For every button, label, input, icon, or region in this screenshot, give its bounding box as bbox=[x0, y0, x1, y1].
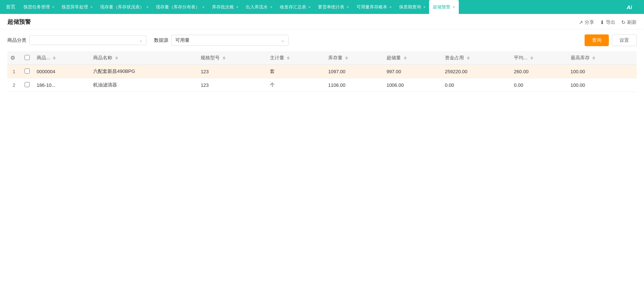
tab-7[interactable]: 收发存汇总表 × bbox=[276, 0, 314, 14]
row-2-overstock: 1006.00 bbox=[384, 78, 442, 92]
row-1-spec: 123 bbox=[198, 65, 267, 78]
refresh-icon: ↻ bbox=[621, 19, 626, 25]
col-commodity-name-header[interactable]: 商品名称 bbox=[90, 51, 198, 65]
filter-area: 商品分类 ⌄ 数据源 可用量 ⌄ 查询 设置 bbox=[0, 29, 644, 51]
table-row: 2 186-10... 机油滤清器 123 个 1106.00 1006.00 … bbox=[7, 78, 637, 92]
row-2-capital: 0.00 bbox=[442, 78, 511, 92]
row-2-index: 2 bbox=[7, 78, 21, 92]
col-gear-header[interactable]: ⚙ bbox=[7, 51, 21, 65]
tab-6[interactable]: 出入库流水 × bbox=[242, 0, 276, 14]
row-1-avg: 260.00 bbox=[511, 65, 567, 78]
tab-9[interactable]: 可用量库存账本 × bbox=[353, 0, 395, 14]
close-tab-3-icon[interactable]: × bbox=[146, 5, 149, 9]
sort-spec-icon bbox=[223, 56, 226, 60]
datasource-label: 数据源 bbox=[154, 37, 168, 44]
datasource-group: 数据源 可用量 ⌄ bbox=[154, 35, 289, 46]
settings-button[interactable]: 设置 bbox=[612, 34, 637, 46]
page-title: 超储预警 bbox=[7, 18, 31, 26]
tab-11[interactable]: 超储预警 × bbox=[429, 0, 458, 14]
col-overstock-header[interactable]: 超储量 bbox=[384, 51, 442, 65]
sort-capital-icon bbox=[467, 56, 470, 60]
close-tab-1-icon[interactable]: × bbox=[52, 5, 54, 9]
table-container: ⚙ 商品... 商品名称 bbox=[0, 51, 644, 92]
row-2-spec: 123 bbox=[198, 78, 267, 92]
datasource-value: 可用量 bbox=[175, 37, 190, 44]
close-tab-4-icon[interactable]: × bbox=[202, 5, 204, 9]
col-capital-header[interactable]: 资金占用 bbox=[442, 51, 511, 65]
row-1-checkbox[interactable] bbox=[25, 68, 30, 74]
close-tab-2-icon[interactable]: × bbox=[90, 5, 92, 9]
page-header: 超储预警 ↗ 分享 ⬇ 导出 ↻ 刷新 bbox=[0, 14, 644, 29]
row-1-index: 1 bbox=[7, 65, 21, 78]
filter-buttons: 查询 设置 bbox=[585, 34, 637, 46]
row-1-capital: 259220.00 bbox=[442, 65, 511, 78]
nav-home[interactable]: 首页 bbox=[1, 0, 20, 14]
row-1-unit: 套 bbox=[267, 65, 325, 78]
tab-5[interactable]: 库存批次账 × bbox=[208, 0, 242, 14]
datasource-select[interactable]: 可用量 ⌄ bbox=[171, 35, 289, 46]
row-1-commodity-code: 0000004 bbox=[34, 65, 90, 78]
datasource-arrow-icon: ⌄ bbox=[281, 38, 285, 43]
tab-1[interactable]: 拣货任务管理 × bbox=[20, 0, 58, 14]
close-tab-5-icon[interactable]: × bbox=[236, 5, 238, 9]
table-row: 1 0000004 六配套新昌490BPG 123 套 1097.00 997.… bbox=[7, 65, 637, 78]
sort-max-stock-icon bbox=[592, 56, 595, 60]
tab-4[interactable]: 现存量（库存分布表） × bbox=[152, 0, 208, 14]
col-spec-header[interactable]: 规格型号 bbox=[198, 51, 267, 65]
sort-commodity-code-icon bbox=[53, 56, 56, 60]
row-2-commodity-code: 186-10... bbox=[34, 78, 90, 92]
page-content: 超储预警 ↗ 分享 ⬇ 导出 ↻ 刷新 商品分类 ⌄ 数据源 bbox=[0, 14, 644, 293]
sort-avg-icon bbox=[530, 56, 533, 60]
close-tab-8-icon[interactable]: × bbox=[347, 5, 349, 9]
row-2-checkbox-cell[interactable] bbox=[21, 78, 34, 92]
commodity-category-group: 商品分类 ⌄ bbox=[7, 36, 147, 45]
row-2-checkbox[interactable] bbox=[25, 82, 30, 87]
top-navigation: 首页 拣货任务管理 × 拣货异常处理 × 现存量（库存状况表） × 现存量（库存… bbox=[0, 0, 644, 14]
header-actions: ↗ 分享 ⬇ 导出 ↻ 刷新 bbox=[579, 19, 637, 26]
table-header-row: ⚙ 商品... 商品名称 bbox=[7, 51, 637, 65]
close-tab-6-icon[interactable]: × bbox=[270, 5, 272, 9]
col-max-stock-header[interactable]: 最高库存 bbox=[568, 51, 637, 65]
main-table: ⚙ 商品... 商品名称 bbox=[7, 51, 637, 92]
refresh-button[interactable]: ↻ 刷新 bbox=[621, 19, 637, 26]
share-icon: ↗ bbox=[579, 19, 583, 25]
commodity-category-arrow-icon: ⌄ bbox=[139, 38, 143, 43]
row-1-max-stock: 100.00 bbox=[568, 65, 637, 78]
col-commodity-code-header[interactable]: 商品... bbox=[34, 51, 90, 65]
row-2-avg: 0.00 bbox=[511, 78, 567, 92]
query-button[interactable]: 查询 bbox=[585, 34, 609, 46]
tab-10[interactable]: 保质期查询 × bbox=[395, 0, 429, 14]
row-2-unit: 个 bbox=[267, 78, 325, 92]
sort-unit-icon bbox=[287, 56, 290, 60]
row-1-stock: 1097.00 bbox=[325, 65, 384, 78]
col-checkbox-header[interactable] bbox=[21, 51, 34, 65]
row-1-checkbox-cell[interactable] bbox=[21, 65, 34, 78]
close-tab-11-icon[interactable]: × bbox=[453, 5, 455, 9]
tab-2[interactable]: 拣货异常处理 × bbox=[58, 0, 96, 14]
export-icon: ⬇ bbox=[600, 19, 604, 25]
row-2-commodity-name: 机油滤清器 bbox=[90, 78, 198, 92]
close-tab-9-icon[interactable]: × bbox=[389, 5, 392, 9]
commodity-category-select[interactable]: ⌄ bbox=[29, 36, 147, 45]
sort-commodity-name-icon bbox=[115, 56, 118, 60]
row-1-overstock: 997.00 bbox=[384, 65, 442, 78]
ai-badge[interactable]: Ai bbox=[615, 0, 644, 14]
row-2-max-stock: 100.00 bbox=[568, 78, 637, 92]
select-all-checkbox[interactable] bbox=[25, 55, 30, 60]
sort-overstock-icon bbox=[404, 56, 407, 60]
col-unit-header[interactable]: 主计量 bbox=[267, 51, 325, 65]
col-avg-header[interactable]: 平均... bbox=[511, 51, 567, 65]
tab-8[interactable]: 要货单统计表 × bbox=[314, 0, 352, 14]
table-settings-icon[interactable]: ⚙ bbox=[10, 55, 15, 61]
close-tab-7-icon[interactable]: × bbox=[308, 5, 311, 9]
share-button[interactable]: ↗ 分享 bbox=[579, 19, 594, 26]
col-stock-header[interactable]: 库存量 bbox=[325, 51, 384, 65]
row-1-commodity-name: 六配套新昌490BPG bbox=[90, 65, 198, 78]
close-tab-10-icon[interactable]: × bbox=[423, 5, 425, 9]
export-button[interactable]: ⬇ 导出 bbox=[600, 19, 615, 26]
row-2-stock: 1106.00 bbox=[325, 78, 384, 92]
commodity-category-label: 商品分类 bbox=[7, 37, 26, 44]
sort-stock-icon bbox=[345, 56, 348, 60]
tab-3[interactable]: 现存量（库存状况表） × bbox=[96, 0, 152, 14]
